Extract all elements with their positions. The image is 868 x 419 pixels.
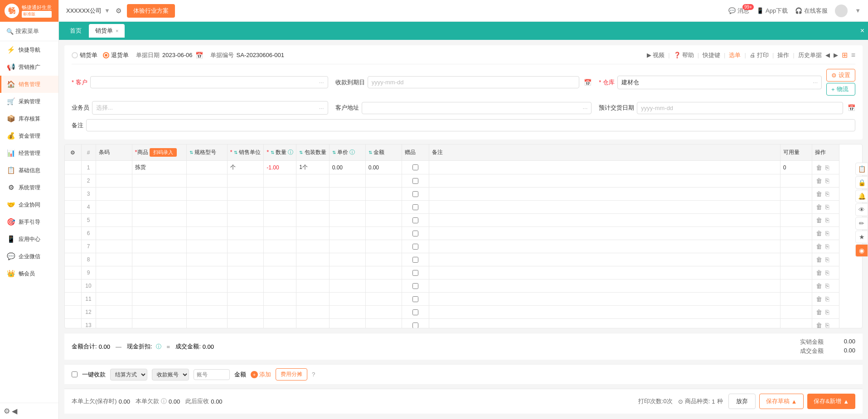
copy-row-icon[interactable]: ⎘ [825, 243, 829, 250]
row-spec[interactable] [186, 306, 227, 319]
copy-row-icon[interactable]: ⎘ [825, 295, 829, 303]
row-spec[interactable] [186, 253, 227, 266]
pick-order-button[interactable]: 选单 [729, 51, 741, 59]
search-menu-button[interactable]: 🔍 搜索菜单 [4, 25, 55, 37]
row-barcode[interactable] [96, 240, 132, 253]
row-barcode[interactable] [96, 214, 132, 227]
row-qty[interactable] [264, 266, 296, 279]
more-operations-button[interactable]: 操作 [777, 51, 789, 59]
row-qty[interactable] [264, 174, 296, 188]
save-draft-button[interactable]: 保存草稿 ▲ [759, 394, 804, 409]
row-barcode[interactable] [96, 174, 132, 188]
warehouse-input[interactable]: 建材仓 ··· [617, 76, 822, 89]
row-qty[interactable] [264, 201, 296, 214]
row-barcode[interactable] [96, 188, 132, 201]
copy-row-icon[interactable]: ⎘ [825, 177, 829, 184]
close-all-tabs-button[interactable]: × [860, 27, 864, 35]
float-star-button[interactable]: ★ [855, 231, 868, 243]
row-qty[interactable] [264, 293, 296, 306]
float-notification-button[interactable]: 🔔 [855, 190, 868, 202]
delivery-date-calendar-icon[interactable]: 📅 [848, 104, 855, 111]
settings-icon[interactable]: ⚙ [4, 407, 10, 415]
row-spec[interactable] [186, 214, 227, 227]
copy-row-icon[interactable]: ⎘ [825, 308, 829, 316]
collapse-icon[interactable]: ◀ [12, 407, 17, 415]
qty-info-icon[interactable]: ⓘ [288, 149, 293, 155]
settings-button[interactable]: ⚙ 设置 [826, 69, 855, 82]
notes-input[interactable] [86, 119, 855, 131]
discount-info-icon[interactable]: ⓘ [156, 343, 161, 351]
gift-checkbox[interactable] [412, 191, 418, 197]
row-qty[interactable] [264, 306, 296, 319]
row-qty[interactable] [264, 214, 296, 227]
copy-row-icon[interactable]: ⎘ [825, 282, 829, 289]
copy-row-icon[interactable]: ⎘ [825, 190, 829, 197]
price-info-icon[interactable]: ⓘ [349, 149, 355, 155]
radio-sales-order[interactable]: 销货单 [72, 51, 97, 59]
row-spec[interactable] [186, 227, 227, 240]
sidebar-item-guide[interactable]: 🎯 新手引导 [0, 213, 58, 231]
row-barcode[interactable] [96, 161, 132, 174]
sidebar-item-sales[interactable]: 🏠 销售管理 [0, 76, 58, 93]
copy-row-icon[interactable]: ⎘ [825, 230, 829, 237]
list-view-button[interactable]: ≡ [851, 51, 855, 59]
gift-checkbox[interactable] [412, 244, 418, 250]
logistics-button[interactable]: + 物流 [826, 83, 855, 96]
gift-checkbox[interactable] [412, 257, 418, 263]
nav-next-button[interactable]: ▶ [834, 52, 838, 58]
gift-checkbox[interactable] [412, 204, 418, 210]
copy-row-icon[interactable]: ⎘ [825, 217, 829, 224]
delete-row-icon[interactable]: 🗑 [816, 282, 822, 289]
delete-row-icon[interactable]: 🗑 [816, 243, 822, 250]
row-spec[interactable] [186, 293, 227, 306]
row-barcode[interactable] [96, 319, 132, 329]
row-qty[interactable] [264, 319, 296, 329]
row-barcode[interactable] [96, 293, 132, 306]
row-qty[interactable] [264, 227, 296, 240]
delete-row-icon[interactable]: 🗑 [816, 190, 822, 197]
row-qty[interactable] [264, 240, 296, 253]
row-barcode[interactable] [96, 279, 132, 293]
delete-row-icon[interactable]: 🗑 [816, 203, 822, 211]
row-spec[interactable] [186, 188, 227, 201]
scan-entry-button[interactable]: 扫码录入 [150, 148, 177, 157]
sidebar-item-member[interactable]: 👑 畅会员 [0, 265, 58, 282]
row-qty[interactable] [264, 279, 296, 293]
gift-checkbox[interactable] [412, 309, 418, 315]
copy-row-icon[interactable]: ⎘ [825, 203, 829, 211]
nav-prev-button[interactable]: ◀ [825, 52, 830, 58]
add-payment-button[interactable]: + 添加 [251, 371, 271, 379]
discard-button[interactable]: 放弃 [728, 394, 756, 409]
collection-date-input[interactable] [368, 76, 580, 88]
expense-split-button[interactable]: 费用分摊 [276, 368, 307, 380]
sidebar-item-base[interactable]: 📋 基础信息 [0, 162, 58, 179]
delete-row-icon[interactable]: 🗑 [816, 164, 822, 171]
grid-view-button[interactable]: ⊞ [842, 51, 848, 59]
gift-checkbox[interactable] [412, 323, 418, 328]
account-number-input[interactable] [194, 369, 230, 380]
date-calendar-icon[interactable]: 📅 [195, 52, 203, 59]
topbar-gear-icon[interactable]: ⚙ [116, 7, 121, 15]
sidebar-item-system[interactable]: ⚙ 系统管理 [0, 179, 58, 196]
delivery-date-input[interactable] [637, 102, 843, 114]
row-barcode[interactable] [96, 253, 132, 266]
help-button[interactable]: ❓ 帮助 [674, 51, 694, 59]
float-lock-button[interactable]: 🔒 [855, 176, 868, 189]
row-barcode[interactable] [96, 227, 132, 240]
gift-checkbox[interactable] [412, 178, 418, 184]
user-menu-icon[interactable]: ▼ [855, 7, 861, 14]
tab-sales-order[interactable]: 销货单 × [89, 24, 125, 38]
float-orange-button[interactable]: ◉ [855, 244, 868, 257]
float-edit-button[interactable]: ✏ [855, 217, 868, 230]
delete-row-icon[interactable]: 🗑 [816, 308, 822, 316]
sidebar-item-collab[interactable]: 🤝 企业协同 [0, 196, 58, 213]
video-help-button[interactable]: ▶ 视频 [647, 51, 664, 59]
collection-date-calendar-icon[interactable]: 📅 [584, 79, 592, 86]
radio-return-order[interactable]: 退货单 [103, 51, 129, 59]
sidebar-item-purchase[interactable]: 🛒 采购管理 [0, 93, 58, 110]
float-note-button[interactable]: 📋 [855, 163, 868, 175]
row-barcode[interactable] [96, 266, 132, 279]
gift-checkbox[interactable] [412, 283, 418, 289]
row-barcode[interactable] [96, 201, 132, 214]
gift-checkbox[interactable] [412, 231, 418, 236]
